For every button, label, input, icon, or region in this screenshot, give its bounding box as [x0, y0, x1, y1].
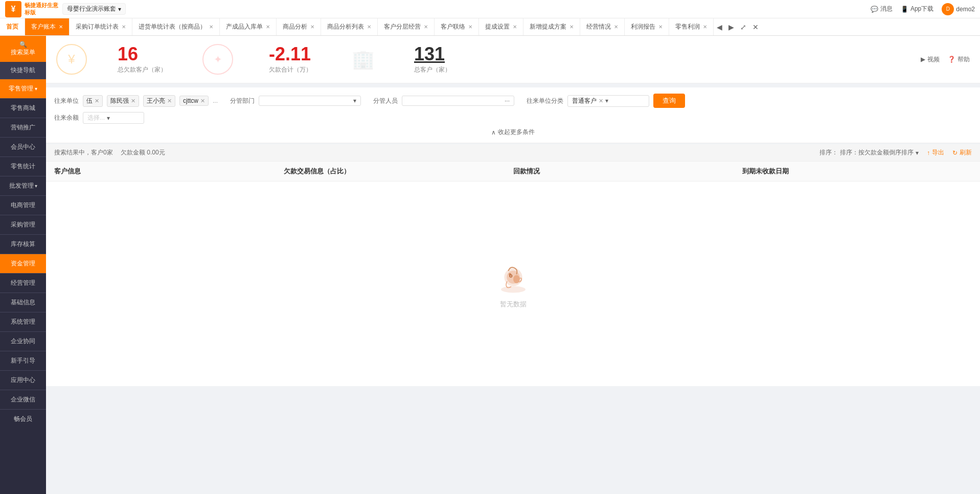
table-container: 客户信息 欠款交易信息（占比） 回款情况 到期未收款日期 — [46, 162, 980, 386]
tab-add-commission[interactable]: 新增提成方案 ✕ — [523, 18, 580, 36]
sidebar-item-chang-member[interactable]: 畅会员 — [0, 409, 46, 429]
tab-label: 经营情况 — [586, 23, 611, 31]
tab-close-icon[interactable]: ✕ — [59, 24, 63, 30]
sidebar-item-wholesale[interactable]: 批发管理 ▾ — [0, 176, 46, 195]
logo-area: ¥ 畅捷通好生意 标版 — [5, 1, 58, 17]
workspace-selector[interactable]: 母婴行业演示账套 ▾ — [62, 3, 126, 15]
tab-profit-report[interactable]: 利润报告 ✕ — [625, 18, 669, 36]
sidebar: 🔍 搜索菜单 快捷导航 零售管理 ▾ 零售商城 营销推广 会员中心 零售统计 批… — [0, 36, 46, 494]
filter-row-1: 往来单位 伍 ✕ 陈民强 ✕ 王小亮 ✕ cjttcw ✕ ... — [54, 94, 972, 108]
main-layout: 🔍 搜索菜单 快捷导航 零售管理 ▾ 零售商城 营销推广 会员中心 零售统计 批… — [0, 36, 980, 494]
tab-business-situation[interactable]: 经营情况 ✕ — [580, 18, 625, 36]
tab-close-icon[interactable]: ✕ — [569, 24, 574, 30]
filter-remain-select[interactable]: 选择... ▾ — [83, 112, 144, 124]
filter-tag-ordinary-customer[interactable]: 普通客户 ✕ — [572, 97, 603, 105]
tab-nav-next[interactable]: ▶ — [725, 23, 737, 31]
sidebar-item-marketing[interactable]: 营销推广 — [0, 118, 46, 137]
sidebar-item-label: 畅会员 — [14, 415, 32, 422]
tab-customer-segmentation[interactable]: 客户分层经营 ✕ — [378, 18, 435, 36]
close-icon[interactable]: ✕ — [599, 98, 603, 104]
sidebar-item-new-guide[interactable]: 新手引导 — [0, 351, 46, 370]
tab-close-icon[interactable]: ✕ — [658, 24, 663, 30]
sidebar-item-basic-info[interactable]: 基础信息 — [0, 293, 46, 312]
tab-bar: 首页 客户账本 ✕ 采购订单统计表 ✕ 进货单统计表（按商品） ✕ 产成品入库单… — [0, 18, 980, 36]
sidebar-item-enterprise-collab[interactable]: 企业协同 — [0, 331, 46, 351]
close-icon[interactable]: ✕ — [167, 98, 172, 104]
tab-customer-ledger[interactable]: 客户账本 ✕ — [25, 18, 70, 36]
filter-more-button[interactable]: ... — [213, 97, 218, 104]
tab-close-icon[interactable]: ✕ — [367, 24, 371, 30]
tab-retail-profit[interactable]: 零售利润 ✕ — [669, 18, 714, 36]
sidebar-item-inventory[interactable]: 库存核算 — [0, 234, 46, 254]
tab-close-icon[interactable]: ✕ — [310, 24, 314, 30]
tab-nav-prev[interactable]: ◀ — [714, 23, 725, 31]
export-button[interactable]: ↑ 导出 — [927, 148, 944, 157]
play-icon: ▶ — [921, 56, 925, 63]
tab-close-icon[interactable]: ✕ — [266, 24, 270, 30]
close-icon[interactable]: ✕ — [95, 98, 99, 104]
tab-close-all[interactable]: ✕ — [749, 23, 762, 31]
tab-close-icon[interactable]: ✕ — [122, 24, 126, 30]
refresh-label: 刷新 — [960, 148, 972, 157]
sidebar-item-app-center[interactable]: 应用中心 — [0, 370, 46, 390]
sidebar-item-member-center[interactable]: 会员中心 — [0, 137, 46, 156]
tab-close-icon[interactable]: ✕ — [614, 24, 618, 30]
tab-restore[interactable]: ⤢ — [737, 23, 749, 31]
filter-branch-person-select[interactable]: ··· — [402, 96, 514, 106]
sidebar-item-retail-mall[interactable]: 零售商城 — [0, 98, 46, 118]
close-icon[interactable]: ✕ — [131, 98, 135, 104]
tab-close-icon[interactable]: ✕ — [513, 24, 517, 30]
user-profile[interactable]: D demo2 — [942, 3, 975, 15]
sidebar-item-purchase[interactable]: 采购管理 — [0, 215, 46, 234]
download-icon: 📱 — [901, 6, 908, 13]
tab-inbound-stats[interactable]: 进货单统计表（按商品） ✕ — [132, 18, 220, 36]
sidebar-item-business[interactable]: 经营管理 — [0, 273, 46, 293]
tab-customer-contact[interactable]: 客户联络 ✕ — [435, 18, 479, 36]
tab-product-analysis[interactable]: 商品分析 ✕ — [277, 18, 321, 36]
sidebar-search[interactable]: 🔍 搜索菜单 — [0, 36, 46, 62]
query-button[interactable]: 查询 — [653, 94, 685, 108]
filter-branch-dept-select[interactable]: ▾ — [259, 96, 361, 106]
tab-close-icon[interactable]: ✕ — [209, 24, 213, 30]
refresh-button[interactable]: ↻ 刷新 — [952, 148, 972, 157]
tab-close-icon[interactable]: ✕ — [424, 24, 428, 30]
sidebar-item-enterprise-wechat[interactable]: 企业微信 — [0, 390, 46, 409]
tab-home[interactable]: 首页 — [0, 18, 25, 36]
sidebar-item-retail-stats[interactable]: 零售统计 — [0, 156, 46, 176]
sidebar-item-ecommerce[interactable]: 电商管理 — [0, 195, 46, 215]
more-icon: ··· — [505, 97, 510, 104]
tab-product-inbound[interactable]: 产成品入库单 ✕ — [220, 18, 277, 36]
tab-close-icon[interactable]: ✕ — [703, 24, 707, 30]
tab-purchase-order-stats[interactable]: 采购订单统计表 ✕ — [70, 18, 132, 36]
tab-label: 采购订单统计表 — [76, 23, 119, 31]
stat-number-customers: 16 — [118, 45, 138, 63]
sidebar-item-label: 采购管理 — [11, 221, 35, 228]
results-bar: 搜索结果中，客户0家 欠款金额 0.00元 排序： 排序：按欠款金额倒序排序 ▾… — [46, 144, 980, 162]
close-icon[interactable]: ✕ — [200, 98, 205, 104]
tab-product-analysis-list[interactable]: 商品分析列表 ✕ — [321, 18, 378, 36]
video-button[interactable]: ▶ 视频 — [921, 55, 940, 64]
filter-tag-wangxiaoliang[interactable]: 王小亮 ✕ — [143, 95, 175, 107]
tab-close-icon[interactable]: ✕ — [468, 24, 472, 30]
collapse-button[interactable]: ∧ 收起更多条件 — [491, 128, 535, 137]
sidebar-item-label: 零售商城 — [11, 104, 35, 111]
chevron-down-icon: ▾ — [107, 115, 110, 122]
stat-label-debt: 欠款合计（万） — [269, 65, 312, 74]
sidebar-item-retail-management[interactable]: 零售管理 ▾ — [0, 79, 46, 98]
sidebar-item-system[interactable]: 系统管理 — [0, 312, 46, 331]
tab-commission-settings[interactable]: 提成设置 ✕ — [479, 18, 523, 36]
filter-tag-chenminqiang[interactable]: 陈民强 ✕ — [107, 95, 139, 107]
sidebar-quick-nav[interactable]: 快捷导航 — [0, 62, 46, 79]
sort-selector[interactable]: 排序： 排序：按欠款金额倒序排序 ▾ — [819, 148, 919, 157]
filter-tag-wu[interactable]: 伍 ✕ — [83, 95, 103, 107]
search-icon: 🔍 — [19, 41, 27, 48]
help-button[interactable]: ❓ 帮助 — [948, 55, 970, 64]
sidebar-item-label: 应用中心 — [11, 376, 35, 384]
filter-tag-cjttcw[interactable]: cjttcw ✕ — [179, 96, 209, 106]
messages-button[interactable]: 💬 消息 — [871, 5, 893, 13]
chevron-down-icon: ▾ — [118, 6, 121, 13]
sidebar-item-finance[interactable]: 资金管理 — [0, 254, 46, 273]
app-download-button[interactable]: 📱 App下载 — [901, 5, 933, 13]
filter-unit-category-select[interactable]: 普通客户 ✕ ▾ — [567, 95, 649, 107]
tab-home-label: 首页 — [6, 23, 18, 31]
